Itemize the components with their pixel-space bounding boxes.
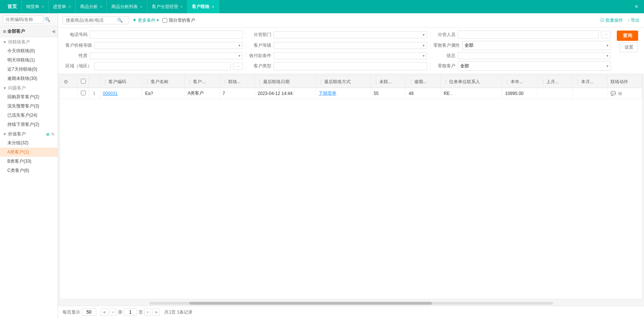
col-unit-contact[interactable]: 往来单位联系人: [440, 76, 502, 88]
tab-purchase[interactable]: 进货单 ×: [49, 0, 75, 13]
export-btn[interactable]: ↑ 导出: [627, 17, 640, 24]
region-input[interactable]: [94, 62, 231, 70]
table-settings-icon[interactable]: ⚙: [63, 78, 69, 85]
current-page-input[interactable]: [124, 308, 137, 316]
col-last-month[interactable]: 上月...: [537, 76, 572, 88]
col-this-month[interactable]: 本月...: [573, 76, 608, 88]
col-name[interactable]: 客户名称: [142, 76, 185, 88]
phone-input[interactable]: [90, 31, 243, 39]
filter-cell-dept: 分管部门 ▾: [246, 31, 430, 38]
tab-goods-analysis[interactable]: 商品分析 ×: [76, 0, 107, 13]
payment-select[interactable]: ▾: [273, 52, 427, 59]
edit-value-group-icon[interactable]: ✎: [51, 132, 55, 137]
close-purchase-tab[interactable]: ×: [68, 4, 71, 9]
col-category[interactable]: 客户...: [185, 76, 219, 88]
settings-button[interactable]: 设置: [620, 42, 638, 52]
top-nav: 首页 销货单 × 进货单 × 商品分析 × 商品分析列表 × 客户分层经营 × …: [0, 0, 644, 13]
col-code[interactable]: 客户编码: [100, 76, 142, 88]
sidebar-item-today-contact[interactable]: 今天待联络(0): [0, 46, 58, 56]
filter-cell-price-level: 客户价格等级 ▾: [62, 42, 246, 49]
col-not-contacted[interactable]: 未联...: [371, 76, 405, 88]
customer-type-label: 客户类型: [249, 63, 271, 69]
filter-row-2: 客户价格等级 ▾ 客户等级 ▾: [62, 41, 614, 50]
message-icon[interactable]: 💬: [611, 91, 616, 96]
row-last-month-cell: [537, 88, 572, 99]
tab-customer-segment[interactable]: 客户分层经营 ×: [147, 0, 187, 13]
person-input[interactable]: [458, 31, 599, 39]
export-icon: ↑: [627, 18, 630, 23]
retail-customer-select[interactable]: 全部 ▾: [458, 61, 611, 71]
col-checkbox: [78, 76, 89, 88]
customer-level-select[interactable]: ▾: [273, 42, 427, 49]
sidebar-item-churn-warning[interactable]: 流失预警客户(3): [0, 102, 58, 111]
my-customers-checkbox[interactable]: [162, 18, 167, 23]
customer-code-link[interactable]: 000031: [103, 91, 118, 96]
last-page-btn[interactable]: »: [153, 308, 160, 316]
col-contact[interactable]: 联络...: [219, 76, 254, 88]
main-search-icon[interactable]: 🔍: [117, 18, 123, 23]
retail-customer-label: 零散客户: [433, 63, 455, 69]
sidebar-item-class-c[interactable]: C类客户(6): [0, 166, 58, 175]
retail-attr-select[interactable]: 全部 ▾: [462, 41, 611, 50]
sidebar-item-tomorrow-contact[interactable]: 明天待联络(1): [0, 56, 58, 65]
page-size-input[interactable]: [82, 308, 96, 316]
qr-icon[interactable]: ⊞: [618, 91, 622, 96]
col-this-year[interactable]: 本年...: [502, 76, 538, 88]
row-select-checkbox[interactable]: [81, 91, 86, 95]
sidebar-item-churned[interactable]: 已流失客户(24): [0, 111, 58, 120]
tab-customer-contact[interactable]: 客户联络 ×: [187, 0, 219, 13]
sidebar-item-7days-contact[interactable]: 近7天待联络(0): [0, 65, 58, 74]
dept-select[interactable]: ▾: [273, 31, 427, 38]
customer-type-input[interactable]: [273, 62, 427, 70]
sidebar-item-declining[interactable]: 持续下滑客户(2): [0, 120, 58, 129]
main-layout: 🔍 ⊞ 全部客户 ◀ ▼ 待联络客户 今天待联络(0) 明天待联络(1) 近7天…: [0, 13, 644, 318]
first-page-btn[interactable]: «: [101, 308, 108, 316]
row-code-cell[interactable]: 000031: [100, 88, 142, 99]
nature-select[interactable]: ▾: [90, 52, 243, 59]
close-customer-contact-tab[interactable]: ×: [212, 4, 214, 9]
col-last-contact-date[interactable]: 最后联络日期: [254, 76, 315, 88]
sidebar-item-repurchase-abnormal[interactable]: 回购异常客户(2): [0, 92, 58, 102]
close-goods-analysis-tab[interactable]: ×: [100, 4, 102, 9]
filter-search-area: 🔍: [62, 16, 129, 24]
close-sales-tab[interactable]: ×: [42, 4, 44, 9]
next-page-btn[interactable]: ›: [144, 308, 151, 316]
data-table-container: ⚙ 客户编码 客户名称 客户... 联络... 最后联络日期 最后联络方式 未联…: [60, 75, 643, 299]
status-select[interactable]: ▾: [458, 52, 611, 59]
add-value-group-icon[interactable]: ⊕: [46, 132, 50, 137]
nature-label: 性质: [65, 53, 87, 59]
chevron-down-icon: ▾: [157, 18, 159, 23]
col-last-contact-method[interactable]: 最后联络方式: [315, 76, 371, 88]
close-customer-segment-tab[interactable]: ×: [180, 4, 183, 9]
tab-sales[interactable]: 销货单 ×: [22, 0, 49, 13]
tab-goods-analysis-list[interactable]: 商品分析列表 ×: [107, 0, 147, 13]
main-search-input[interactable]: [66, 18, 117, 23]
horizontal-scrollbar-track[interactable]: [149, 302, 553, 305]
col-overdue[interactable]: 逾期...: [405, 76, 440, 88]
contact-method-link[interactable]: 下销货单: [319, 91, 336, 96]
person-more-btn[interactable]: ···: [601, 31, 611, 38]
batch-op-btn[interactable]: ☑ 批量操作: [600, 17, 623, 24]
sidebar-search-input[interactable]: [3, 15, 43, 24]
all-customers-header[interactable]: ⊞ 全部客户 ◀: [0, 26, 58, 37]
close-goods-analysis-list-tab[interactable]: ×: [140, 4, 142, 9]
prev-page-btn[interactable]: ‹: [110, 308, 117, 316]
close-all-tabs[interactable]: ×: [632, 3, 641, 10]
region-more-btn[interactable]: ···: [233, 63, 243, 70]
sidebar-search-icon[interactable]: 🔍: [45, 17, 50, 22]
sidebar-item-class-b[interactable]: B类客户(33): [0, 157, 58, 166]
my-customers-filter: 我分管的客户: [162, 17, 195, 24]
value-customers-label: ▼ 价值客户 ⊕ ✎: [0, 129, 58, 138]
filter-cell-phone: 电话号码: [62, 31, 246, 39]
payment-arrow-icon: ▾: [423, 54, 425, 58]
price-level-select[interactable]: ▾: [94, 42, 243, 49]
row-num-cell: 1: [89, 88, 100, 99]
sidebar-item-ungrouped[interactable]: 未分组(32): [0, 138, 58, 148]
select-all-checkbox[interactable]: [81, 79, 86, 84]
more-conditions-btn[interactable]: ▼ 更多条件 ▾: [132, 17, 159, 24]
sidebar-item-class-a[interactable]: A类客户(1): [0, 148, 58, 157]
sidebar-item-overdue-contact[interactable]: 逾期未联络(30): [0, 74, 58, 83]
query-button[interactable]: 查询: [617, 31, 638, 41]
tab-home[interactable]: 首页: [3, 0, 22, 13]
horizontal-scrollbar-thumb[interactable]: [189, 302, 432, 305]
